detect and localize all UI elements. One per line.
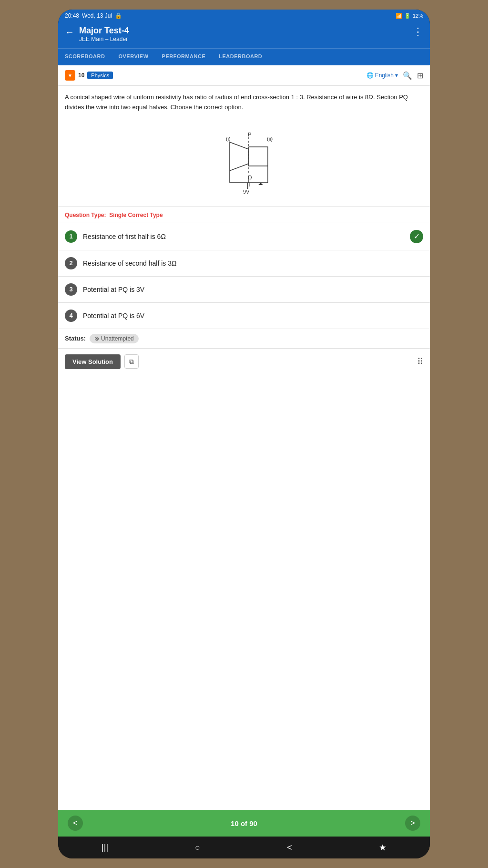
status-left: 20:48 Wed, 13 Jul 🔒	[65, 12, 122, 19]
view-solution-button[interactable]: View Solution	[65, 354, 121, 369]
svg-text:9V: 9V	[243, 189, 250, 195]
tab-performance[interactable]: PERFORMANCE	[155, 49, 213, 65]
globe-icon: 🌐	[366, 72, 374, 79]
status-date: Wed, 13 Jul	[82, 12, 112, 19]
question-tag: ▼ 10 Physics	[65, 70, 113, 81]
header-title-group: Major Test-4 JEE Main – Leader	[79, 26, 129, 42]
option-4-text: Potential at PQ is 6V	[83, 312, 423, 320]
option-1-number: 1	[65, 230, 77, 243]
status-time: 20:48	[65, 12, 79, 19]
chevron-down-icon: ▾	[395, 72, 398, 79]
grid-button[interactable]: ⠿	[417, 356, 423, 367]
correct-check-icon: ✓	[410, 230, 423, 243]
bottom-navigation: < 10 of 90 >	[58, 810, 430, 837]
lock-icon: 🔒	[115, 12, 122, 19]
status-section: Status: ⊗ Unattempted	[58, 329, 430, 348]
svg-text:(ii): (ii)	[267, 136, 273, 142]
empty-content-area	[58, 375, 430, 810]
system-back-button[interactable]: <	[277, 841, 302, 855]
battery-level: 12%	[413, 13, 423, 19]
question-text: A conical shaped wire of uniform resisti…	[65, 93, 423, 113]
option-1-text: Resistance of first half is 6Ω	[83, 233, 410, 240]
question-number: 10	[78, 72, 84, 79]
action-left: View Solution ⧉	[65, 354, 139, 369]
nav-tabs: SCOREBOARD OVERVIEW PERFORMANCE LEADERBO…	[58, 48, 430, 65]
bookmark-button[interactable]: ★	[369, 840, 396, 855]
question-type-prefix: Question Type:	[65, 212, 106, 218]
page-indicator: 10 of 90	[231, 819, 257, 827]
signal-icon: 📶	[396, 13, 402, 19]
option-1[interactable]: 1 Resistance of first half is 6Ω ✓	[58, 223, 430, 250]
option-2-number: 2	[65, 257, 77, 269]
app-header: ← Major Test-4 JEE Main – Leader ⋮	[58, 22, 430, 48]
system-navigation: ||| ○ < ★	[58, 837, 430, 858]
tag-arrow-icon: ▼	[68, 73, 72, 78]
header-actions: 🌐 English ▾ 🔍 ⊞	[366, 71, 423, 80]
status-badge: ⊗ Unattempted	[90, 334, 139, 343]
svg-marker-0	[230, 142, 249, 171]
expand-button[interactable]: ⊞	[417, 71, 423, 80]
menu-button[interactable]: ⋮	[413, 26, 423, 38]
status-bar: 20:48 Wed, 13 Jul 🔒 📶 🔋 12%	[58, 10, 430, 22]
option-2-text: Resistance of second half is 3Ω	[83, 259, 423, 267]
subject-badge: Physics	[87, 72, 113, 79]
option-2[interactable]: 2 Resistance of second half is 3Ω	[58, 250, 430, 277]
language-selector[interactable]: 🌐 English ▾	[366, 72, 398, 79]
circuit-svg: (i) P (ii) Q 9V	[196, 118, 292, 195]
tab-overview[interactable]: OVERVIEW	[112, 49, 155, 65]
question-type-text: Question Type: Single Correct Type	[65, 212, 163, 218]
question-body: A conical shaped wire of uniform resisti…	[58, 86, 430, 207]
copy-button[interactable]: ⧉	[124, 354, 139, 369]
status-right: 📶 🔋 12%	[396, 13, 423, 19]
options-list: 1 Resistance of first half is 6Ω ✓ 2 Res…	[58, 223, 430, 329]
unattempted-text: Unattempted	[101, 335, 134, 342]
recent-apps-button[interactable]: |||	[92, 841, 118, 855]
device-frame: 20:48 Wed, 13 Jul 🔒 📶 🔋 12% ← Major Test…	[58, 10, 430, 858]
option-3-text: Potential at PQ is 3V	[83, 286, 423, 293]
status-label: Status:	[65, 335, 86, 342]
action-bar: View Solution ⧉ ⠿	[58, 348, 430, 375]
language-label: English	[375, 72, 394, 79]
question-header-bar: ▼ 10 Physics 🌐 English ▾ 🔍 ⊞	[58, 65, 430, 86]
question-type-bar: Question Type: Single Correct Type	[58, 207, 430, 223]
question-type-value: Single Correct Type	[109, 212, 163, 218]
back-button[interactable]: ←	[65, 27, 74, 38]
unattempted-icon: ⊗	[94, 335, 99, 342]
option-4-number: 4	[65, 310, 77, 322]
app-subtitle: JEE Main – Leader	[79, 36, 129, 42]
header-left: ← Major Test-4 JEE Main – Leader	[65, 26, 129, 42]
battery-icon: 🔋	[404, 13, 411, 19]
option-4[interactable]: 4 Potential at PQ is 6V	[58, 303, 430, 329]
content-area: ▼ 10 Physics 🌐 English ▾ 🔍 ⊞ A conical s…	[58, 65, 430, 810]
next-button[interactable]: >	[405, 816, 420, 831]
search-button[interactable]: 🔍	[403, 71, 412, 80]
circuit-diagram: (i) P (ii) Q 9V	[65, 118, 423, 195]
home-button[interactable]: ○	[185, 841, 210, 855]
prev-button[interactable]: <	[68, 816, 83, 831]
copy-icon: ⧉	[129, 358, 134, 366]
option-3[interactable]: 3 Potential at PQ is 3V	[58, 277, 430, 303]
svg-marker-1	[249, 147, 268, 166]
svg-text:P: P	[248, 132, 251, 137]
app-title: Major Test-4	[79, 26, 129, 36]
option-3-number: 3	[65, 283, 77, 296]
tab-scoreboard[interactable]: SCOREBOARD	[58, 49, 112, 65]
svg-text:(i): (i)	[226, 136, 231, 142]
tab-leaderboard[interactable]: LEADERBOARD	[212, 49, 269, 65]
tag-icon: ▼	[65, 70, 75, 81]
